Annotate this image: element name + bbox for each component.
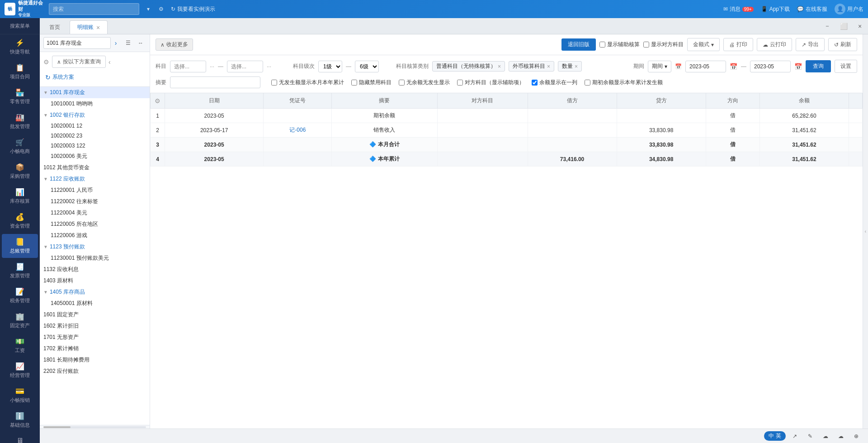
tree-item-1601[interactable]: 1601 固定资产	[40, 309, 150, 320]
tree-item-1405[interactable]: ▼ 1405 库存商品	[40, 286, 150, 298]
summary-input[interactable]	[170, 76, 260, 88]
account-search-box[interactable]: 1001 库存现金	[43, 37, 111, 49]
tree-item-1123[interactable]: ▼ 1123 预付账款	[40, 241, 150, 252]
bottom-icon-3[interactable]: ☁	[819, 430, 832, 443]
subject-input-to[interactable]	[227, 61, 263, 72]
tree-item-11220004[interactable]: 11220004 美元	[40, 207, 150, 219]
tree-item-10010001[interactable]: 10010001 哟哟哟	[40, 98, 150, 110]
calendar-icon-2[interactable]: 📅	[794, 63, 802, 70]
more-btn[interactable]: ∧ 收起更多	[156, 38, 193, 51]
tree-item-1701[interactable]: 1701 无形资产	[40, 332, 150, 343]
tree-item-10020001[interactable]: 10020001 12	[40, 121, 150, 131]
scroll-thumb[interactable]	[43, 426, 71, 428]
return-history-btn[interactable]: 退回旧版	[561, 38, 596, 51]
online-service-btn[interactable]: 💬 在线客服	[797, 5, 827, 13]
top-search-box[interactable]	[49, 3, 139, 15]
settings-btn[interactable]: ⚙	[156, 4, 166, 14]
sidebar-item-system[interactable]: 🖥 系统管理	[2, 433, 38, 443]
sidebar-item-payroll[interactable]: 💵 工资	[2, 333, 38, 357]
top-search-input[interactable]	[53, 6, 135, 12]
window-close-btn[interactable]: ×	[852, 19, 868, 33]
account-nav-btn[interactable]: ›	[111, 38, 121, 48]
tree-item-1001[interactable]: ▼ 1001 库存现金	[40, 87, 150, 98]
refresh-btn[interactable]: ↺ 刷新	[828, 38, 857, 51]
subject-input[interactable]	[170, 61, 206, 72]
tree-item-1801[interactable]: 1801 长期待摊费用	[40, 354, 150, 366]
sidebar-item-assets[interactable]: 🏢 固定资产	[2, 309, 38, 333]
opposite-show-checkbox[interactable]: 对方科目（显示辅助项）	[457, 79, 524, 86]
tab-close-btn[interactable]: ×	[96, 24, 100, 31]
hide-disabled-checkbox[interactable]: 隐藏禁用科目	[351, 79, 392, 86]
window-maximize-btn[interactable]: ⬜	[835, 19, 852, 33]
export-btn[interactable]: ↗ 导出	[796, 38, 825, 51]
demo-link[interactable]: ↻ 我要看实例演示	[171, 5, 215, 13]
period-opening-checkbox[interactable]: 期初余额显示本年累计发生额	[585, 79, 663, 86]
sidebar-item-ecommerce[interactable]: 🛒 小畅电商	[2, 134, 38, 158]
sidebar-item-sales[interactable]: 💳 小畅报销	[2, 383, 38, 407]
tree-item-1132[interactable]: 1132 应收利息	[40, 264, 150, 275]
tree-item-11220005[interactable]: 11220005 所在地区	[40, 219, 150, 230]
amount-style-btn[interactable]: 金额式 ▾	[687, 38, 720, 51]
th-settings[interactable]: ⚙	[151, 93, 165, 109]
query-settings-icon[interactable]: ⚙	[43, 58, 49, 66]
level-to-select[interactable]: 6级	[355, 61, 379, 72]
calendar-icon-1[interactable]: 📅	[730, 63, 737, 70]
bottom-icon-4[interactable]: ☁	[835, 430, 847, 443]
account-tool-expand[interactable]: ↔	[135, 38, 146, 48]
tree-item-1122[interactable]: ▼ 1122 应收账款	[40, 173, 150, 185]
window-minimize-btn[interactable]: －	[819, 19, 835, 33]
tree-item-1403[interactable]: 1403 原材料	[40, 275, 150, 286]
settings-btn[interactable]: 设置	[835, 60, 857, 73]
sidebar-item-basic[interactable]: ℹ️ 基础信息	[2, 408, 38, 432]
td-voucher-2[interactable]: 记-006	[264, 123, 332, 138]
tree-item-14050001[interactable]: 14050001 原材料	[40, 298, 150, 309]
tree-item-2202[interactable]: 2202 应付账款	[40, 366, 150, 377]
tree-item-1702[interactable]: 1702 累计摊销	[40, 343, 150, 354]
sidebar-item-tax[interactable]: 📝 税务管理	[2, 284, 38, 308]
category-tag-2-remove[interactable]: ×	[547, 63, 550, 70]
lang-btn[interactable]: 中 英	[764, 431, 786, 441]
tree-item-10020002[interactable]: 10020002 23	[40, 131, 150, 141]
tree-item-1002[interactable]: ▼ 1002 银行存款	[40, 110, 150, 121]
cloud-print-btn[interactable]: ☁ 云打印	[757, 38, 792, 51]
tree-item-10020006[interactable]: 10020006 美元	[40, 151, 150, 162]
category-tag-1-remove[interactable]: ×	[498, 63, 501, 70]
sidebar-item-inventory[interactable]: 📊 库存核算	[2, 184, 38, 208]
date-to-input[interactable]: 2023-05	[750, 61, 791, 72]
bottom-icon-2[interactable]: ✎	[804, 430, 816, 443]
sidebar-item-ledger[interactable]: 📒 总账管理	[2, 234, 38, 258]
scroll-track[interactable]	[43, 426, 146, 428]
tree-item-11230001[interactable]: 11230001 预付账款美元	[40, 252, 150, 264]
balance-one-col-checkbox[interactable]: 余额显示在一列	[532, 79, 577, 86]
query-btn[interactable]: 查询	[806, 60, 831, 72]
user-area[interactable]: 👤 用户名	[835, 4, 863, 14]
no-activity-checkbox[interactable]: 无发生额显示本月本年累计	[271, 79, 344, 86]
show-aux-checkbox[interactable]: 显示辅助核算	[599, 41, 640, 48]
bottom-icon-1[interactable]: ↗	[788, 430, 801, 443]
sidebar-item-quick-nav[interactable]: ⚡ 快捷导航	[2, 35, 38, 59]
sidebar-item-purchase[interactable]: 📦 采购管理	[2, 159, 38, 183]
tab-home[interactable]: 首页	[42, 20, 68, 34]
tree-item-11220002[interactable]: 11220002 往来标签	[40, 196, 150, 207]
period-type-select[interactable]: 期间 ▾	[648, 61, 671, 72]
sidebar-item-invoice[interactable]: 🧾 发票管理	[2, 259, 38, 283]
app-download-btn[interactable]: 📱 App下载	[761, 5, 790, 13]
query-collapse-icon[interactable]: ‹	[108, 58, 111, 66]
no-balance-checkbox[interactable]: 无余额无发生显示	[399, 79, 450, 86]
bottom-icon-5[interactable]: ⊕	[850, 430, 863, 443]
sidebar-item-wholesale[interactable]: 🏭 批发管理	[2, 110, 38, 133]
tree-item-11220006[interactable]: 11220006 游戏	[40, 230, 150, 241]
message-btn[interactable]: ✉ 消息 99+	[723, 5, 754, 13]
collapse-toggle[interactable]: ‹	[863, 34, 868, 429]
tree-item-1602[interactable]: 1602 累计折旧	[40, 320, 150, 332]
tree-item-10020003[interactable]: 10020003 122	[40, 141, 150, 151]
print-btn[interactable]: 🖨 打印	[723, 38, 753, 51]
show-opposite-checkbox[interactable]: 显示对方科目	[643, 41, 684, 48]
sidebar-item-retail[interactable]: 🏪 零售管理	[2, 85, 38, 109]
tree-item-11220001[interactable]: 11220001 人民币	[40, 185, 150, 196]
column-settings-icon[interactable]: ⚙	[155, 97, 160, 105]
tab-detail[interactable]: 明细账 ×	[70, 20, 108, 34]
account-tool-list[interactable]: ☰	[123, 38, 133, 48]
sidebar-search-btn[interactable]: 搜索菜单	[0, 18, 40, 34]
date-from-input[interactable]: 2023-05	[685, 61, 726, 72]
